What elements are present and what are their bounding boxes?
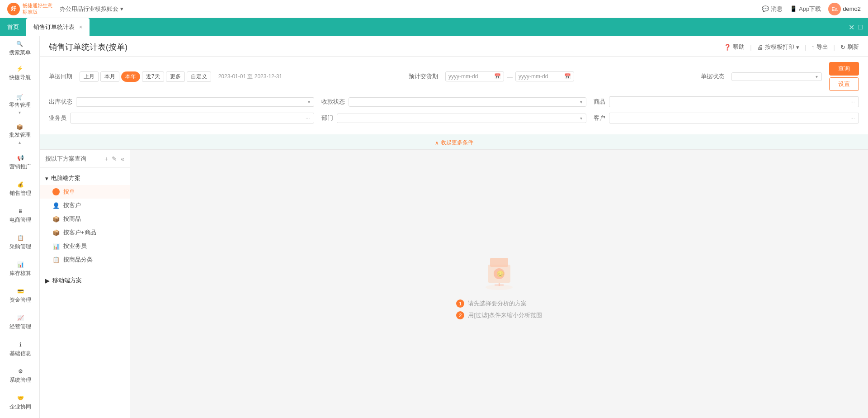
hint-1-num: 1 (456, 299, 464, 308)
delivery-date-start[interactable]: yyyy-mm-dd 📅 (445, 71, 504, 81)
outbound-label: 出库状态 (49, 98, 72, 106)
pc-scheme-section: ▾ 电脑端方案 按单 👤 按客户 📦 按商品 (40, 168, 130, 270)
sidebar-item-purchase[interactable]: 📋 采购管理 (0, 229, 39, 256)
left-panel-add-icon[interactable]: + (104, 155, 108, 162)
export-btn[interactable]: ↑ 导出 (811, 43, 828, 51)
sidebar-item-system[interactable]: ⚙ 系统管理 (0, 363, 39, 390)
sidebar-item-newbie[interactable]: 🎯 新手引导 (0, 416, 39, 418)
win-close-icon[interactable]: ✕ (849, 23, 854, 32)
message-label: 消息 (771, 5, 783, 13)
sidebar-item-marketing[interactable]: 📢 营销推广 (0, 149, 39, 176)
inventory-label: 库存核算 (9, 270, 31, 277)
sidebar: 🔍 搜索菜单 ⚡ 快捷导航 🛒 零售管理 ▾ 📦 批发管理 ▴ 📢 营销推广 💰… (0, 36, 40, 418)
scheme-item-by-goods[interactable]: 📦 按商品 (40, 212, 130, 226)
mobile-scheme-label: 移动端方案 (52, 276, 82, 285)
tab-home[interactable]: 首页 (0, 18, 26, 36)
empty-illustration: 😊 (476, 249, 522, 294)
retail-arrow-icon: ▾ (19, 110, 21, 115)
date-btn-more[interactable]: 更多 (166, 71, 185, 82)
user-area[interactable]: Ea demo2 (828, 3, 861, 15)
operations-label: 经营管理 (9, 323, 31, 331)
pc-scheme-header[interactable]: ▾ 电脑端方案 (40, 171, 130, 185)
sidebar-item-retail[interactable]: 🛒 零售管理 ▾ (0, 90, 39, 119)
refresh-btn[interactable]: ↻ 刷新 (840, 43, 859, 51)
page-title-row: 销售订单统计表(按单) ❓ 帮助 | 🖨 按模板打印 ▾ | ↑ (49, 42, 859, 52)
export-label: 导出 (816, 43, 828, 51)
left-panel-header: 按以下方案查询 + ✎ « (40, 150, 130, 168)
goods-input[interactable]: ··· (609, 96, 859, 107)
settings-button[interactable]: 设置 (829, 77, 859, 91)
left-panel: 按以下方案查询 + ✎ « ▾ 电脑端方案 按单 (40, 150, 130, 418)
refresh-label: 刷新 (847, 43, 859, 51)
help-btn[interactable]: ❓ 帮助 (724, 43, 745, 51)
win-maximize-icon[interactable]: □ (858, 23, 863, 31)
top-bar: 好 畅捷通好生意 标准版 办公用品行业模拟账套 ▾ 💬 消息 📱 App下载 E… (0, 0, 868, 18)
collapse-btn[interactable]: ∧ 收起更多条件 (435, 139, 473, 147)
customer-filter: 客户 ··· (594, 113, 859, 124)
status-arrow-icon: ▾ (816, 74, 818, 79)
mobile-scheme-section: ▶ 移动端方案 (40, 270, 130, 291)
app-download-icon: 📱 (790, 5, 797, 12)
sidebar-item-basic[interactable]: ℹ 基础信息 (0, 336, 39, 363)
refresh-icon: ↻ (840, 44, 845, 51)
quick-nav-icon: ⚡ (16, 66, 23, 72)
left-panel-edit-icon[interactable]: ✎ (112, 155, 117, 162)
ecommerce-icon: 🖥 (18, 208, 23, 214)
customer-input[interactable]: ··· (609, 113, 859, 124)
sidebar-quick-nav[interactable]: ⚡ 快捷导航 (0, 61, 39, 86)
scheme-item-by-customer-goods[interactable]: 📦 按客户+商品 (40, 226, 130, 239)
payment-select[interactable]: ▾ (349, 97, 587, 107)
template-print-btn[interactable]: 🖨 按模板打印 ▾ (757, 43, 799, 51)
sidebar-search[interactable]: 🔍 搜索菜单 (0, 36, 39, 61)
help-icon: ❓ (724, 44, 731, 51)
filter-row-2: 出库状态 ▾ 收款状态 ▾ 商品 (49, 96, 859, 107)
svg-rect-2 (490, 258, 508, 267)
scheme-item-by-category[interactable]: 📋 按商品分类 (40, 253, 130, 266)
enterprise-icon: 🤝 (17, 395, 24, 401)
search-label: 搜索菜单 (9, 49, 31, 57)
tab-sales-order-stats[interactable]: 销售订单统计表 × (26, 18, 90, 36)
goods-label: 商品 (594, 98, 605, 106)
date-btn-this-month[interactable]: 本月 (100, 71, 119, 82)
help-label: 帮助 (733, 43, 745, 51)
mobile-scheme-header[interactable]: ▶ 移动端方案 (40, 274, 130, 287)
sidebar-item-inventory[interactable]: 📊 库存核算 (0, 256, 39, 283)
salesperson-input[interactable]: ··· (70, 113, 314, 124)
sidebar-item-wholesale[interactable]: 📦 批发管理 ▴ (0, 119, 39, 149)
calendar-end-icon: 📅 (564, 73, 571, 80)
app-download-action[interactable]: 📱 App下载 (790, 5, 821, 13)
date-btn-custom[interactable]: 自定义 (187, 71, 211, 82)
status-select[interactable]: ▾ (731, 72, 822, 81)
scheme-item-by-order[interactable]: 按单 (40, 185, 130, 199)
date-btn-7days[interactable]: 近7天 (142, 71, 164, 82)
delivery-date-end[interactable]: yyyy-mm-dd 📅 (515, 71, 574, 81)
breadcrumb-selector[interactable]: 办公用品行业模拟账套 ▾ (56, 4, 127, 14)
scheme-item-by-salesperson[interactable]: 📊 按业务员 (40, 239, 130, 253)
sidebar-item-ecommerce[interactable]: 🖥 电商管理 (0, 203, 39, 229)
tab-home-label: 首页 (7, 23, 19, 31)
date-btn-this-year[interactable]: 本年 (121, 71, 140, 82)
sidebar-item-finance[interactable]: 💳 资金管理 (0, 283, 39, 309)
salesperson-dots-icon[interactable]: ··· (306, 115, 310, 121)
calendar-start-icon: 📅 (494, 73, 501, 80)
sidebar-item-operations[interactable]: 📈 经营管理 (0, 309, 39, 336)
customer-dots-icon[interactable]: ··· (850, 115, 855, 121)
scheme-item-by-customer[interactable]: 👤 按客户 (40, 199, 130, 212)
goods-dots-icon[interactable]: ··· (850, 99, 855, 105)
message-action[interactable]: 💬 消息 (762, 5, 783, 13)
collapse-label: 收起更多条件 (441, 139, 473, 147)
ecommerce-label: 电商管理 (9, 216, 31, 224)
sidebar-item-enterprise[interactable]: 🤝 企业协同 (0, 390, 39, 416)
empty-hint-2: 2 用[过滤]条件来缩小分析范围 (456, 311, 542, 319)
retail-label: 零售管理 (9, 101, 31, 109)
outbound-select[interactable]: ▾ (76, 97, 314, 107)
dept-select[interactable]: ▾ (337, 114, 587, 123)
sidebar-item-sales[interactable]: 💰 销售管理 (0, 176, 39, 203)
active-dot-icon (52, 188, 60, 195)
tab-close-icon[interactable]: × (79, 24, 82, 30)
inventory-icon: 📊 (17, 261, 24, 268)
query-button[interactable]: 查询 (829, 62, 859, 76)
date-btn-last-month[interactable]: 上月 (80, 71, 99, 82)
left-panel-collapse-icon[interactable]: « (121, 155, 124, 162)
sales-icon: 💰 (17, 181, 24, 188)
